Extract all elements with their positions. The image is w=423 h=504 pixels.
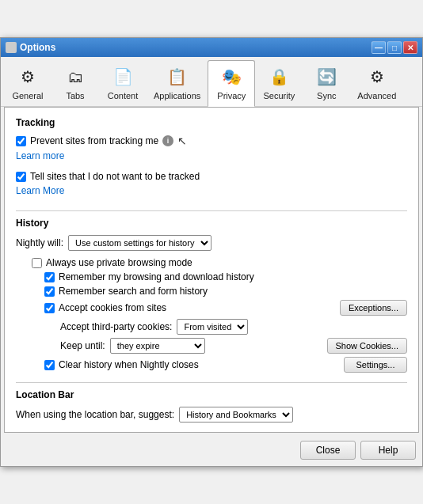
general-icon: ⚙ bbox=[15, 64, 40, 89]
tab-tabs[interactable]: 🗂 Tabs bbox=[51, 60, 99, 106]
tab-security[interactable]: 🔒 Security bbox=[255, 60, 303, 106]
content-icon: 📄 bbox=[110, 64, 135, 89]
close-button[interactable]: Close bbox=[300, 441, 356, 460]
third-party-row: Accept third-party cookies: Always From … bbox=[60, 319, 407, 335]
history-section: History Nightly will: Remember history N… bbox=[16, 218, 407, 373]
keep-until-row: Keep until: they expire I close Firefox … bbox=[16, 338, 407, 354]
settings-button[interactable]: Settings... bbox=[344, 357, 407, 373]
info-icon[interactable]: i bbox=[162, 135, 173, 146]
tab-applications[interactable]: 📋 Applications bbox=[147, 60, 208, 106]
cursor: ↖ bbox=[177, 135, 187, 147]
suggest-label: When using the location bar, suggest: bbox=[16, 409, 174, 420]
sync-icon: 🔄 bbox=[314, 64, 339, 89]
third-party-select[interactable]: Always From visited Never bbox=[177, 319, 248, 335]
remember-browsing-row: Remember my browsing and download histor… bbox=[44, 271, 407, 282]
clear-history-row: Clear history when Nightly closes Settin… bbox=[16, 357, 407, 373]
window-icon bbox=[6, 42, 17, 53]
accept-cookies-checkbox[interactable] bbox=[44, 303, 55, 313]
history-title: History bbox=[16, 218, 407, 229]
tab-advanced[interactable]: ⚙ Advanced bbox=[350, 60, 403, 106]
divider-2 bbox=[16, 382, 407, 383]
always-private-row: Always use private browsing mode bbox=[32, 257, 407, 268]
location-bar-title: Location Bar bbox=[16, 389, 407, 400]
tab-toolbar: ⚙ General 🗂 Tabs 📄 Content 📋 Application… bbox=[1, 57, 422, 107]
remember-browsing-checkbox[interactable] bbox=[44, 272, 55, 282]
prevent-tracking-row: Prevent sites from tracking me i ↖ bbox=[16, 135, 407, 147]
tracking-title: Tracking bbox=[16, 117, 407, 128]
close-title-button[interactable]: ✕ bbox=[403, 41, 417, 54]
location-bar-section: Location Bar When using the location bar… bbox=[16, 389, 407, 423]
advanced-icon: ⚙ bbox=[364, 64, 390, 89]
suggest-select[interactable]: History and Bookmarks Bookmarks History … bbox=[179, 407, 293, 423]
accept-cookies-label: Accept cookies from sites bbox=[59, 302, 166, 313]
security-icon: 🔒 bbox=[266, 64, 292, 89]
tell-sites-checkbox[interactable] bbox=[16, 172, 26, 182]
maximize-button[interactable]: □ bbox=[387, 41, 402, 54]
title-bar: Options — □ ✕ bbox=[1, 38, 422, 57]
accept-cookies-row: Accept cookies from sites Exceptions... bbox=[16, 300, 407, 316]
always-private-label: Always use private browsing mode bbox=[46, 257, 192, 268]
tabs-icon: 🗂 bbox=[63, 64, 88, 89]
exceptions-button[interactable]: Exceptions... bbox=[340, 300, 407, 316]
tracking-section: Tracking Prevent sites from tracking me … bbox=[16, 117, 407, 201]
history-mode-select[interactable]: Remember history Never remember history … bbox=[68, 235, 212, 251]
footer: Close Help bbox=[1, 436, 422, 466]
tab-sync[interactable]: 🔄 Sync bbox=[303, 60, 350, 106]
window-title: Options bbox=[20, 42, 372, 53]
tab-content[interactable]: 📄 Content bbox=[99, 60, 147, 106]
learn-more-1-link[interactable]: Learn more bbox=[16, 150, 64, 161]
remember-search-checkbox[interactable] bbox=[44, 286, 55, 297]
privacy-icon: 🎭 bbox=[219, 64, 244, 89]
options-window: Options — □ ✕ ⚙ General 🗂 Tabs 📄 Content… bbox=[0, 37, 423, 467]
clear-history-label: Clear history when Nightly closes bbox=[59, 359, 199, 370]
third-party-label: Accept third-party cookies: bbox=[60, 321, 172, 332]
remember-search-label: Remember search and form history bbox=[59, 286, 208, 297]
applications-icon: 📋 bbox=[165, 64, 190, 89]
nightly-will-label: Nightly will: bbox=[16, 237, 63, 248]
tell-sites-label: Tell sites that I do not want to be trac… bbox=[30, 171, 200, 182]
prevent-tracking-label: Prevent sites from tracking me bbox=[30, 135, 158, 146]
remember-browsing-label: Remember my browsing and download histor… bbox=[59, 271, 254, 282]
clear-history-checkbox[interactable] bbox=[44, 360, 55, 370]
keep-until-select[interactable]: they expire I close Firefox ask me every… bbox=[110, 338, 205, 354]
nightly-will-row: Nightly will: Remember history Never rem… bbox=[16, 235, 407, 251]
divider-1 bbox=[16, 210, 407, 211]
main-content: Tracking Prevent sites from tracking me … bbox=[4, 107, 419, 433]
learn-more-2-link[interactable]: Learn More bbox=[16, 185, 64, 196]
tab-privacy[interactable]: 🎭 Privacy bbox=[208, 60, 255, 107]
tell-sites-row: Tell sites that I do not want to be trac… bbox=[16, 171, 407, 182]
minimize-button[interactable]: — bbox=[372, 41, 386, 54]
help-button[interactable]: Help bbox=[360, 441, 416, 460]
keep-until-label: Keep until: bbox=[60, 340, 105, 351]
always-private-checkbox[interactable] bbox=[32, 258, 42, 268]
show-cookies-button[interactable]: Show Cookies... bbox=[327, 338, 407, 354]
prevent-tracking-checkbox[interactable] bbox=[16, 136, 26, 146]
location-suggest-row: When using the location bar, suggest: Hi… bbox=[16, 407, 407, 423]
remember-search-row: Remember search and form history bbox=[44, 286, 407, 297]
tab-general[interactable]: ⚙ General bbox=[4, 60, 51, 106]
title-bar-buttons: — □ ✕ bbox=[372, 41, 417, 54]
